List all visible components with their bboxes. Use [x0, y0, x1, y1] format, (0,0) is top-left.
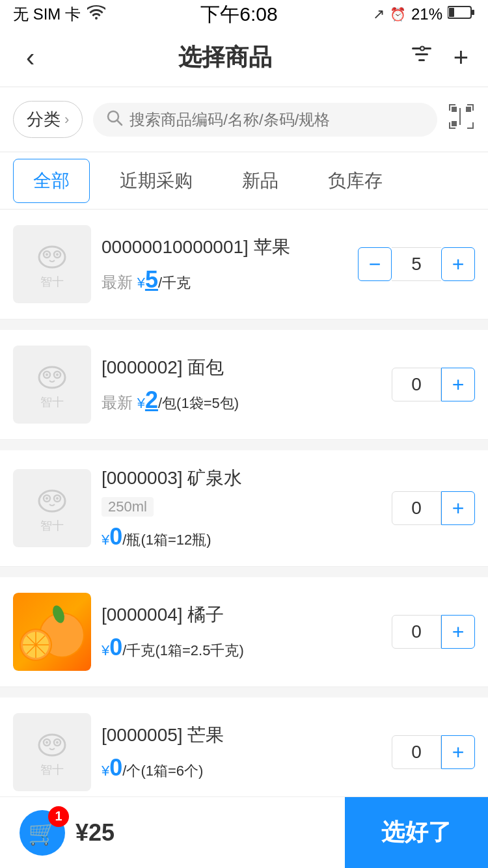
product-price: ¥0/个(1箱=6个): [102, 754, 381, 781]
svg-rect-17: [452, 107, 457, 112]
product-qty: +: [392, 735, 475, 769]
decrement-button[interactable]: −: [358, 247, 392, 281]
location-icon: ↗: [373, 6, 385, 23]
product-image: 智十: [13, 346, 91, 424]
product-image: 智十: [13, 713, 91, 791]
nav-title: 选择商品: [178, 42, 272, 74]
increment-button[interactable]: +: [441, 491, 475, 525]
category-button[interactable]: 分类 ›: [13, 101, 83, 138]
increment-button[interactable]: +: [441, 735, 475, 769]
carrier-text: 无 SIM 卡: [13, 4, 81, 25]
quantity-input[interactable]: [392, 368, 441, 401]
wifi-icon: [87, 5, 105, 23]
quantity-input[interactable]: [392, 247, 441, 281]
scan-icon[interactable]: [448, 103, 475, 136]
quantity-input[interactable]: [392, 735, 441, 769]
svg-rect-2: [449, 8, 454, 17]
tab-new[interactable]: 新品: [223, 159, 298, 202]
svg-rect-16: [472, 122, 474, 129]
table-row: 智十 00000010000001] 苹果 最新 ¥5/千克 − +: [0, 210, 488, 319]
filter-icon[interactable]: [409, 42, 434, 73]
increment-button[interactable]: +: [441, 368, 475, 401]
svg-rect-18: [466, 107, 471, 112]
product-price: ¥0/瓶(1箱=12瓶): [102, 523, 381, 550]
status-time: 下午6:08: [200, 1, 277, 28]
product-info: [0000002] 面包 最新 ¥2/包(1袋=5包): [91, 355, 392, 414]
increment-button[interactable]: +: [441, 615, 475, 649]
filter-bar: 分类 ›: [0, 87, 488, 152]
svg-rect-4: [415, 53, 428, 55]
product-image: 智十: [13, 469, 91, 547]
tab-all[interactable]: 全部: [13, 159, 90, 203]
status-left: 无 SIM 卡: [13, 4, 105, 25]
nav-actions: +: [409, 42, 468, 73]
search-input[interactable]: [129, 111, 424, 129]
cart-total: ¥25: [75, 819, 115, 847]
svg-point-26: [39, 367, 65, 388]
quantity-input[interactable]: [392, 615, 441, 649]
product-info: [0000005] 芒果 ¥0/个(1箱=6个): [91, 723, 392, 781]
increment-button[interactable]: +: [441, 247, 475, 281]
table-row: [0000004] 橘子 ¥0/千克(1箱=2.5千克) +: [0, 577, 488, 687]
svg-rect-19: [452, 121, 457, 126]
svg-point-29: [46, 373, 48, 376]
svg-rect-14: [449, 122, 450, 129]
confirm-button[interactable]: 选好了: [345, 797, 488, 869]
svg-point-35: [56, 497, 59, 500]
back-button[interactable]: ‹: [20, 36, 41, 79]
tab-negative-stock[interactable]: 负库存: [308, 159, 402, 202]
product-qty: − +: [358, 247, 475, 281]
product-qty: +: [392, 491, 475, 525]
product-price: ¥0/千克(1箱=2.5千克): [102, 634, 381, 661]
table-row: 智十 [0000003] 矿泉水 250ml ¥0/瓶(1箱=12瓶) +: [0, 450, 488, 567]
svg-point-51: [56, 741, 59, 744]
product-info: [0000003] 矿泉水 250ml ¥0/瓶(1箱=12瓶): [91, 466, 392, 550]
cart-area: 🛒 1 ¥25: [0, 810, 345, 856]
table-row: 智十 [0000005] 芒果 ¥0/个(1箱=6个) +: [0, 698, 488, 807]
product-list: 智十 00000010000001] 苹果 最新 ¥5/千克 − + 智十: [0, 210, 488, 868]
product-name: [0000002] 面包: [102, 355, 381, 380]
search-icon: [106, 109, 123, 130]
svg-line-8: [117, 120, 122, 125]
bottom-bar: 🛒 1 ¥25 选好了: [0, 796, 488, 868]
product-price: 最新 ¥5/千克: [102, 266, 347, 293]
add-icon[interactable]: +: [454, 43, 468, 72]
category-label: 分类: [27, 108, 61, 131]
tab-recent-purchase[interactable]: 近期采购: [100, 159, 212, 202]
svg-point-50: [46, 741, 48, 744]
cart-badge: 1: [48, 806, 69, 827]
svg-point-25: [56, 253, 59, 256]
product-spec: 250ml: [102, 497, 154, 517]
svg-rect-5: [418, 59, 425, 61]
alarm-icon: ⏰: [390, 7, 406, 22]
product-image: 智十: [13, 225, 91, 303]
quantity-input[interactable]: [392, 491, 441, 525]
svg-point-30: [56, 373, 59, 376]
svg-point-24: [46, 253, 48, 256]
svg-point-34: [46, 497, 48, 500]
product-name: [0000004] 橘子: [102, 603, 381, 627]
svg-point-47: [39, 735, 65, 755]
table-row: 智十 [0000002] 面包 最新 ¥2/包(1袋=5包) +: [0, 330, 488, 440]
status-right: ↗ ⏰ 21%: [373, 5, 475, 23]
tab-bar: 全部 近期采购 新品 负库存: [0, 152, 488, 210]
svg-point-6: [420, 47, 424, 51]
svg-rect-1: [472, 10, 474, 15]
product-price: 最新 ¥2/包(1袋=5包): [102, 387, 381, 414]
svg-point-31: [39, 491, 65, 511]
search-box: [93, 103, 437, 137]
svg-point-21: [39, 247, 65, 267]
product-name: [0000003] 矿泉水: [102, 466, 381, 491]
product-info: 00000010000001] 苹果 最新 ¥5/千克: [91, 235, 358, 293]
product-info: [0000004] 橘子 ¥0/千克(1箱=2.5千克): [91, 603, 392, 661]
nav-bar: ‹ 选择商品 +: [0, 29, 488, 87]
product-name: 00000010000001] 苹果: [102, 235, 347, 260]
svg-rect-10: [449, 104, 450, 111]
chevron-right-icon: ›: [64, 111, 69, 128]
product-image: [13, 593, 91, 671]
svg-rect-20: [459, 108, 461, 125]
status-bar: 无 SIM 卡 下午6:08 ↗ ⏰ 21%: [0, 0, 488, 29]
product-qty: +: [392, 368, 475, 401]
product-name: [0000005] 芒果: [102, 723, 381, 748]
cart-icon-wrap[interactable]: 🛒 1: [20, 810, 65, 856]
